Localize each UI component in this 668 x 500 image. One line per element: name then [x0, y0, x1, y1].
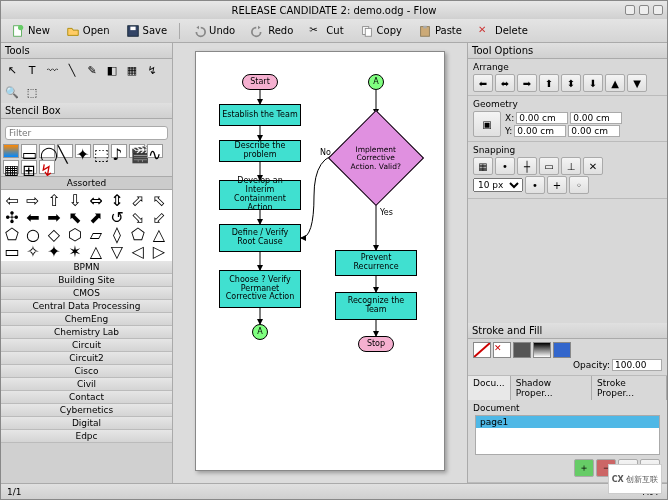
shape-item[interactable]: ✧: [24, 243, 42, 259]
y-input[interactable]: [514, 125, 566, 137]
bring-front-button[interactable]: ▲: [605, 74, 625, 92]
send-back-button[interactable]: ▼: [627, 74, 647, 92]
category-item[interactable]: Circuit: [1, 339, 172, 352]
palette-item[interactable]: ↯: [39, 160, 55, 174]
category-item[interactable]: BPMN: [1, 261, 172, 274]
shape-item[interactable]: ✶: [66, 243, 84, 259]
node-recognize-team[interactable]: Recognize the Team: [335, 292, 417, 320]
node-choose-action[interactable]: Choose ? Verify Permanet Corrective Acti…: [219, 270, 301, 308]
snap-intersect-button[interactable]: ✕: [583, 157, 603, 175]
snap-distance-select[interactable]: 10 px: [473, 178, 523, 192]
close-button[interactable]: [653, 5, 663, 15]
shape-item[interactable]: ⇩: [66, 192, 84, 208]
page-list-item[interactable]: page1: [476, 416, 659, 428]
shape-item[interactable]: ○: [24, 226, 42, 242]
shape-item[interactable]: ➡: [45, 209, 63, 225]
align-top-button[interactable]: ⬆: [539, 74, 559, 92]
shape-item[interactable]: △: [87, 243, 105, 259]
palette-item[interactable]: ▭: [21, 144, 37, 158]
shape-item[interactable]: ⬂: [129, 209, 147, 225]
x-input[interactable]: [516, 112, 568, 124]
pan-tool[interactable]: ⬚: [23, 83, 41, 101]
shape-item[interactable]: ✦: [45, 243, 63, 259]
page-list[interactable]: page1: [475, 415, 660, 455]
category-item[interactable]: Civil: [1, 378, 172, 391]
node-decision[interactable]: Implement Corrective Action. Valid?: [328, 110, 424, 206]
snap-ortho-button[interactable]: ⊥: [561, 157, 581, 175]
w-input[interactable]: [570, 112, 622, 124]
node-develop-containment[interactable]: Develop an Interim Containment Action: [219, 180, 301, 210]
page[interactable]: Start Establish the Team Describe the pr…: [195, 51, 445, 471]
node-connector-a-right[interactable]: A: [368, 74, 384, 90]
paste-button[interactable]: Paste: [414, 22, 466, 40]
tab-stroke[interactable]: Stroke Proper...: [592, 376, 667, 400]
category-item[interactable]: CMOS: [1, 287, 172, 300]
palette-item[interactable]: [3, 144, 19, 158]
node-prevent-recurrence[interactable]: Prevent Recurrence: [335, 250, 417, 276]
undo-button[interactable]: Undo: [188, 22, 239, 40]
shape-item[interactable]: ⇦: [3, 192, 21, 208]
category-item[interactable]: Cybernetics: [1, 404, 172, 417]
calligraphy-tool[interactable]: ✎: [83, 61, 101, 79]
snap-grid-button[interactable]: ▦: [473, 157, 493, 175]
connector-tool[interactable]: ↯: [143, 61, 161, 79]
align-bottom-button[interactable]: ⬇: [583, 74, 603, 92]
delete-button[interactable]: ✕Delete: [474, 22, 532, 40]
stencil-filter-input[interactable]: [5, 126, 168, 140]
category-item[interactable]: Central Data Processing: [1, 300, 172, 313]
category-list[interactable]: BPMN Building Site CMOS Central Data Pro…: [1, 261, 172, 483]
shape-item[interactable]: ⇨: [24, 192, 42, 208]
gradient-tool[interactable]: ◧: [103, 61, 121, 79]
open-button[interactable]: Open: [62, 22, 114, 40]
redo-button[interactable]: Redo: [247, 22, 297, 40]
palette-item[interactable]: ▦: [3, 160, 19, 174]
add-layer-button[interactable]: ＋: [574, 459, 594, 477]
opacity-input[interactable]: [612, 359, 662, 371]
h-input[interactable]: [568, 125, 620, 137]
shape-item[interactable]: ⬁: [150, 192, 168, 208]
path-tool[interactable]: 〰: [43, 61, 61, 79]
tab-document[interactable]: Docu...: [468, 376, 511, 400]
shape-item[interactable]: ⇕: [108, 192, 126, 208]
shape-item[interactable]: ⬉: [66, 209, 84, 225]
palette-item[interactable]: ✦: [75, 144, 91, 158]
zoom-tool[interactable]: 🔍: [3, 83, 21, 101]
snap-opt2-button[interactable]: +: [547, 176, 567, 194]
fill-black-swatch[interactable]: [513, 342, 531, 358]
category-item[interactable]: Edpc: [1, 430, 172, 443]
fill-blue-swatch[interactable]: [553, 342, 571, 358]
shape-item[interactable]: ⬠: [3, 226, 21, 242]
pointer-tool[interactable]: ↖: [3, 61, 21, 79]
node-connector-a-left[interactable]: A: [252, 324, 268, 340]
snap-opt3-button[interactable]: ◦: [569, 176, 589, 194]
cut-button[interactable]: ✂Cut: [305, 22, 347, 40]
shape-item[interactable]: ⬀: [129, 192, 147, 208]
copy-button[interactable]: Copy: [356, 22, 406, 40]
line-tool[interactable]: ╲: [63, 61, 81, 79]
palette-item[interactable]: ♪: [111, 144, 127, 158]
node-stop[interactable]: Stop: [358, 336, 394, 352]
save-button[interactable]: Save: [122, 22, 172, 40]
shape-item[interactable]: ◇: [45, 226, 63, 242]
node-establish-team[interactable]: Establish the Team: [219, 104, 301, 126]
canvas-viewport[interactable]: Start Establish the Team Describe the pr…: [173, 43, 467, 483]
shape-item[interactable]: ◊: [108, 226, 126, 242]
shape-item[interactable]: ▷: [150, 243, 168, 259]
category-item[interactable]: Contact: [1, 391, 172, 404]
palette-item[interactable]: 🎬: [129, 144, 145, 158]
palette-item[interactable]: ⬚: [93, 144, 109, 158]
fill-grad-swatch[interactable]: [533, 342, 551, 358]
pattern-tool[interactable]: ▦: [123, 61, 141, 79]
tab-shadow[interactable]: Shadow Proper...: [511, 376, 592, 400]
category-item[interactable]: Building Site: [1, 274, 172, 287]
snap-node-button[interactable]: •: [495, 157, 515, 175]
shape-item[interactable]: ▽: [108, 243, 126, 259]
shape-item[interactable]: ⬡: [66, 226, 84, 242]
shape-item[interactable]: ⬠: [129, 226, 147, 242]
lock-aspect-button[interactable]: ▣: [473, 111, 501, 137]
shape-item[interactable]: ↺: [108, 209, 126, 225]
shape-item[interactable]: ⇧: [45, 192, 63, 208]
palette-item[interactable]: ◯: [39, 144, 55, 158]
new-button[interactable]: New: [7, 22, 54, 40]
snap-guide-button[interactable]: ┼: [517, 157, 537, 175]
